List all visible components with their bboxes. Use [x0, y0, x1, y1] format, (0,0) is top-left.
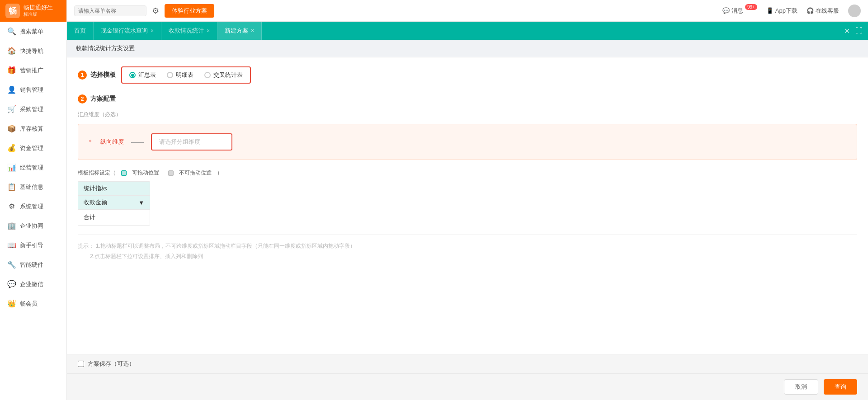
- gift-icon: 🎁: [7, 66, 16, 75]
- message-action[interactable]: 💬 消息 99+: [722, 7, 757, 15]
- list-icon: 📋: [7, 183, 16, 191]
- indicator-label-row: 模板指标设定（ 可拖动位置 不可拖动位置 ）: [78, 169, 857, 177]
- indicator-section: 模板指标设定（ 可拖动位置 不可拖动位置 ） 统计指标: [78, 169, 857, 226]
- sidebar-item-purchase[interactable]: 🛒 采购管理: [0, 99, 66, 119]
- message-badge: 99+: [745, 4, 757, 10]
- summary-dim-label: 汇总维度（必选）: [78, 111, 857, 118]
- required-mark: ＊: [87, 138, 93, 146]
- money-icon: 💰: [7, 144, 16, 152]
- wrench-icon: 🔧: [7, 260, 16, 269]
- step2-section: 2 方案配置 汇总维度（必选） ＊ 纵向维度 —— 请选择分组维度: [78, 94, 857, 260]
- service-icon: 🎧: [807, 7, 814, 14]
- draggable-tag: [121, 170, 127, 176]
- sidebar: 畅 畅捷通好生 标准版 🔍 搜索菜单 🏠 快捷导航 🎁 营销推广 👤 销售管理 …: [0, 0, 67, 400]
- stat-table: 统计指标 收款金额 ▼ 合计: [78, 181, 150, 226]
- stat-col-header: 收款金额 ▼: [78, 196, 150, 210]
- home-icon: 🏠: [7, 47, 16, 55]
- step1-number: 1: [78, 71, 87, 80]
- sidebar-item-member[interactable]: 👑 畅会员: [0, 294, 66, 313]
- book-icon: 📖: [7, 241, 16, 249]
- tab-actions: ✕ ⛶: [839, 22, 868, 40]
- sidebar-item-smart-hw[interactable]: 🔧 智能硬件: [0, 255, 66, 274]
- chart-icon: 📊: [7, 163, 16, 172]
- vertical-dim-label: 纵向维度: [100, 138, 124, 146]
- page-title: 收款情况统计方案设置: [67, 40, 868, 57]
- stat-table-header: 统计指标: [78, 182, 150, 196]
- sidebar-item-guide[interactable]: 📖 新手引导: [0, 235, 66, 255]
- save-label: 方案保存（可选）: [88, 360, 135, 368]
- query-button[interactable]: 查询: [824, 379, 857, 395]
- menu-search-input[interactable]: [74, 5, 146, 16]
- search-icon: 🔍: [7, 27, 16, 36]
- non-draggable-tag: [168, 170, 174, 176]
- step2-title: 方案配置: [90, 95, 116, 103]
- gear-icon: ⚙: [7, 202, 16, 211]
- tab-bar: 首页 现金银行流水查询 × 收款情况统计 × 新建方案 × ✕ ⛶: [67, 22, 868, 40]
- tips-section: 提示： 1.拖动标题栏可以调整布局，不可跨维度或指标区域拖动栏目字段（只能在同一…: [78, 235, 857, 260]
- tab-new-plan[interactable]: 新建方案 ×: [217, 22, 262, 40]
- tab-collection-stat[interactable]: 收款情况统计 ×: [161, 22, 217, 40]
- radio-dot-detail: [167, 72, 173, 78]
- tab-close-bank-flow[interactable]: ×: [151, 28, 154, 34]
- maximize-icon[interactable]: ⛶: [855, 27, 863, 35]
- step1-header: 1 选择模板: [78, 71, 116, 80]
- indicator-settings-label: 模板指标设定（: [78, 169, 116, 177]
- sidebar-item-sales[interactable]: 👤 销售管理: [0, 80, 66, 99]
- col-dropdown-icon[interactable]: ▼: [138, 199, 144, 206]
- dimension-row: ＊ 纵向维度 —— 请选择分组维度: [87, 133, 848, 151]
- header-right: 💬 消息 99+ 📱 App下载 🎧 在线客服: [722, 5, 861, 17]
- top-header: ⚙ 体验行业方案 💬 消息 99+ 📱 App下载 🎧 在线客服: [67, 0, 868, 22]
- step2-header: 2 方案配置: [78, 94, 857, 104]
- logo-text: 畅捷通好生 标准版: [24, 4, 53, 18]
- logo-icon: 畅: [5, 4, 20, 18]
- dimension-area: ＊ 纵向维度 —— 请选择分组维度: [78, 124, 857, 160]
- sidebar-item-enterprise[interactable]: 🏢 企业协同: [0, 216, 66, 235]
- save-section: 方案保存（可选）: [67, 354, 868, 373]
- tab-home[interactable]: 首页: [67, 22, 94, 40]
- content-area: 收款情况统计方案设置 1 选择模板 汇总表: [67, 40, 868, 400]
- app-download-action[interactable]: 📱 App下载: [766, 7, 797, 15]
- sidebar-item-wechat[interactable]: 💬 企业微信: [0, 274, 66, 294]
- sidebar-item-search-menu[interactable]: 🔍 搜索菜单: [0, 22, 66, 41]
- sidebar-item-system[interactable]: ⚙ 系统管理: [0, 197, 66, 216]
- settings-icon[interactable]: ⚙: [152, 6, 159, 16]
- radio-detail[interactable]: 明细表: [167, 71, 193, 79]
- step1-title: 选择模板: [90, 71, 116, 79]
- radio-dot-summary: [129, 72, 136, 78]
- box-icon: 📦: [7, 124, 16, 133]
- form-container: 1 选择模板 汇总表 明细表: [67, 57, 868, 354]
- dimension-select[interactable]: 请选择分组维度: [151, 133, 232, 151]
- download-icon: 📱: [766, 7, 774, 14]
- tab-close-new-plan[interactable]: ×: [251, 28, 254, 34]
- tab-close-collection-stat[interactable]: ×: [207, 28, 210, 34]
- message-icon: 💬: [722, 7, 730, 14]
- trial-button[interactable]: 体验行业方案: [165, 4, 214, 18]
- sidebar-item-quick-nav[interactable]: 🏠 快捷导航: [0, 41, 66, 61]
- sidebar-item-basic-info[interactable]: 📋 基础信息: [0, 177, 66, 197]
- save-checkbox[interactable]: [78, 361, 84, 367]
- radio-cross[interactable]: 交叉统计表: [204, 71, 243, 79]
- online-service-action[interactable]: 🎧 在线客服: [807, 7, 839, 15]
- chat-icon: 💬: [7, 280, 16, 288]
- radio-summary[interactable]: 汇总表: [129, 71, 156, 79]
- config-section: 汇总维度（必选） ＊ 纵向维度 —— 请选择分组维度: [78, 111, 857, 260]
- arrow-icon: ——: [131, 138, 144, 146]
- user-avatar[interactable]: [848, 5, 861, 17]
- main-area: ⚙ 体验行业方案 💬 消息 99+ 📱 App下载 🎧 在线客服 首页: [67, 0, 868, 400]
- step1-section: 1 选择模板 汇总表 明细表: [78, 66, 857, 84]
- header-left: ⚙ 体验行业方案: [74, 4, 214, 18]
- sidebar-item-operation[interactable]: 📊 经营管理: [0, 158, 66, 177]
- tab-bank-flow[interactable]: 现金银行流水查询 ×: [94, 22, 161, 40]
- close-window-icon[interactable]: ✕: [844, 27, 850, 35]
- user-icon: 👤: [7, 85, 16, 94]
- footer-actions: 取消 查询: [67, 373, 868, 400]
- sidebar-item-finance[interactable]: 💰 资金管理: [0, 138, 66, 158]
- building-icon: 🏢: [7, 221, 16, 230]
- cancel-button[interactable]: 取消: [784, 379, 818, 395]
- sidebar-item-inventory[interactable]: 📦 库存核算: [0, 119, 66, 138]
- tip1: 提示： 1.拖动标题栏可以调整布局，不可跨维度或指标区域拖动栏目字段（只能在同一…: [78, 242, 857, 250]
- radio-dot-cross: [204, 72, 211, 78]
- crown-icon: 👑: [7, 299, 16, 308]
- step2-number: 2: [78, 94, 87, 104]
- sidebar-item-marketing[interactable]: 🎁 营销推广: [0, 61, 66, 80]
